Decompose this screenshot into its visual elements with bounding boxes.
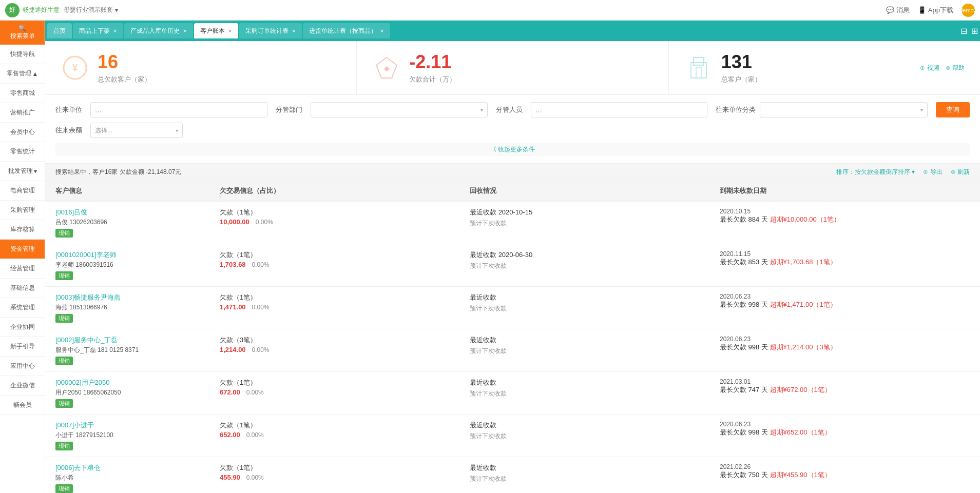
sidebar-item-newbie[interactable]: 新手引导	[0, 337, 45, 357]
sidebar-item-purchase[interactable]: 采购管理	[0, 201, 45, 220]
filter-category-select[interactable]: ▾	[760, 102, 928, 117]
overdue-amount-3[interactable]: 超期¥1,214.00（3笔）	[770, 343, 837, 351]
marketing-label: 营销推广	[10, 109, 35, 116]
sidebar-item-member[interactable]: 会员中心	[0, 123, 45, 142]
sidebar-item-collab[interactable]: 企业协同	[0, 318, 45, 337]
tab-production-history[interactable]: 产成品入库单历史 ✕	[124, 23, 193, 38]
next-collect-3: 预计下次收款	[470, 347, 720, 356]
message-button[interactable]: 💬 消息	[886, 6, 910, 15]
member-label: 会员中心	[10, 128, 35, 135]
collapse-row[interactable]: 《 收起更多条件	[55, 143, 970, 156]
table-row: [0006]去下粮仓 陈小希 现销 欠款（1笔） 455.90 0.00%	[45, 457, 980, 493]
sidebar-item-wholesale-mgmt[interactable]: 批发管理 ▾	[0, 162, 45, 181]
query-button[interactable]: 查询	[936, 102, 970, 117]
sidebar-item-finance[interactable]: 资金管理	[0, 240, 45, 259]
customer-id-2[interactable]: [0003]畅捷服务尹海燕	[55, 293, 220, 302]
customer-info-5: [0007]小进干 小进干 18279152100 现销	[55, 421, 220, 450]
stat-overdue-customers-label: 总欠款客户（家）	[98, 75, 151, 84]
last-collect-4: 最近收款	[470, 378, 720, 387]
debt-cell-5: 欠款（1笔） 652.00 0.00%	[220, 421, 470, 450]
overdue-amount-6[interactable]: 超期¥455.90（1笔）	[770, 471, 831, 479]
customer-id-6[interactable]: [0006]去下粮仓	[55, 463, 220, 472]
tab-more-icon[interactable]: ⊟	[960, 26, 967, 36]
sidebar-item-business[interactable]: 经营管理	[0, 259, 45, 279]
next-collect-2: 预计下次收款	[470, 304, 720, 313]
stat-total-customers-label: 总客户（家）	[721, 75, 761, 84]
tab-home[interactable]: 首页	[47, 23, 72, 38]
overdue-amount-0[interactable]: 超期¥10,000.00（1笔）	[770, 215, 840, 223]
sidebar-item-quick-nav[interactable]: 快捷导航	[0, 45, 45, 64]
tab-purchase-order-stats[interactable]: 采购订单统计表 ✕	[239, 23, 302, 38]
sidebar-item-ecommerce[interactable]: 电商管理	[0, 181, 45, 201]
sidebar-item-marketing[interactable]: 营销推广	[0, 103, 45, 123]
sidebar-item-retail-mgmt[interactable]: 零售管理 ▲	[0, 64, 45, 84]
user-avatar[interactable]: demo2	[962, 4, 975, 17]
tab-expand-icon[interactable]: ⊞	[971, 26, 978, 36]
tab-product-listing[interactable]: 商品上下架 ✕	[73, 23, 123, 38]
tab-purchase-order-stats-label: 采购订单统计表	[245, 27, 289, 35]
sidebar-item-inventory[interactable]: 库存核算	[0, 220, 45, 240]
overdue-amount-2[interactable]: 超期¥1,471.00（1笔）	[770, 301, 837, 308]
refresh-button[interactable]: ⊙ 刷新	[951, 168, 970, 176]
app-download-label: App下载	[928, 6, 953, 15]
tab-bar: 首页 商品上下架 ✕ 产成品入库单历史 ✕ 客户账本 ✕ 采购订单统计表 ✕ 进…	[45, 21, 980, 41]
tab-home-label: 首页	[53, 27, 66, 35]
sidebar-item-system[interactable]: 系统管理	[0, 298, 45, 318]
customer-tag-2: 现销	[55, 314, 73, 323]
header-due-date: 到期未收款日期	[720, 186, 970, 195]
filter-dept-select[interactable]: ▾	[311, 102, 488, 117]
video-link[interactable]: ⊙ 视频	[920, 64, 939, 72]
overdue-amount-1[interactable]: 超期¥1,703.68（1笔）	[770, 258, 837, 266]
sidebar-search[interactable]: 🔍 搜索菜单	[0, 21, 45, 45]
close-tab-purchase-order-stats-icon[interactable]: ✕	[292, 28, 296, 34]
sidebar-item-basic-info[interactable]: 基础信息	[0, 279, 45, 298]
export-button[interactable]: ⊙ 导出	[923, 168, 942, 176]
due-info-5: 2020.06.23 最长欠款 998 天 超期¥652.00（1笔）	[720, 421, 970, 450]
sidebar-item-retail-mall[interactable]: 零售商城	[0, 84, 45, 103]
due-info-6: 2021.02.26 最长欠款 750 天 超期¥455.90（1笔）	[720, 463, 970, 493]
filter-unit-input[interactable]: ...	[90, 102, 267, 117]
tab-customer-ledger-label: 客户账本	[200, 27, 225, 35]
filter-balance-select[interactable]: 选择... ▾	[90, 123, 183, 138]
tab-goods-stats[interactable]: 进货单统计表（按商品） ✕	[303, 23, 390, 38]
sidebar-item-enterprise-wx[interactable]: 企业微信	[0, 376, 45, 396]
store-select[interactable]: 母婴行业演示账套 ▾	[64, 6, 118, 14]
customer-id-0[interactable]: [0016]吕俊	[55, 208, 220, 217]
filter-group-balance: 往来余额 选择... ▾	[55, 123, 970, 138]
overdue-amount-5[interactable]: 超期¥652.00（1笔）	[770, 428, 831, 436]
tab-customer-ledger[interactable]: 客户账本 ✕	[194, 23, 238, 38]
close-tab-goods-stats-icon[interactable]: ✕	[380, 28, 384, 34]
sidebar-item-retail-stats[interactable]: 零售统计	[0, 142, 45, 162]
debt-ratio-4: 0.00%	[246, 389, 264, 396]
main-content: ¥ 16 总欠款客户（家） ◆	[45, 41, 980, 493]
customer-id-5[interactable]: [0007]小进干	[55, 421, 220, 430]
message-label: 消息	[896, 6, 910, 15]
help-link[interactable]: ⊙ 帮助	[946, 64, 965, 72]
customer-name-6: 陈小希	[55, 474, 220, 482]
stat-total-debt-label: 欠款合计（万）	[409, 75, 456, 84]
customer-id-1[interactable]: [0001020001]李老师	[55, 250, 220, 260]
retail-mgmt-arrow-icon: ▲	[32, 70, 39, 77]
sidebar-item-app-center[interactable]: 应用中心	[0, 357, 45, 376]
customer-id-4[interactable]: [000002]用户2050	[55, 378, 220, 387]
filter-person-input[interactable]: ...	[531, 102, 708, 117]
close-tab-production-history-icon[interactable]: ✕	[183, 28, 187, 34]
filter-area: 往来单位 ... 分管部门 ▾ 分管人员	[45, 95, 980, 164]
debt-ratio-5: 0.00%	[246, 431, 264, 439]
close-tab-customer-ledger-icon[interactable]: ✕	[228, 28, 232, 34]
due-overdue-3: 最长欠款 998 天 超期¥1,214.00（3笔）	[720, 343, 970, 352]
sidebar-item-chang-member[interactable]: 畅会员	[0, 396, 45, 415]
app-download-button[interactable]: 📱 App下载	[918, 6, 953, 15]
main-layout: 🔍 搜索菜单 快捷导航 零售管理 ▲ 零售商城 营销推广 会员中心 零售统计 批…	[0, 21, 980, 493]
overdue-days-1: 最长欠款 853 天	[720, 258, 768, 266]
overdue-amount-4[interactable]: 超期¥672.00（1笔）	[770, 386, 831, 393]
filter-category-label: 往来单位分类	[716, 105, 756, 114]
filter-unit-dots: ...	[95, 105, 102, 114]
customer-name-4: 用户2050 18665062050	[55, 388, 220, 397]
customer-id-3[interactable]: [0002]服务中心_丁磊	[55, 336, 220, 345]
close-tab-product-listing-icon[interactable]: ✕	[113, 28, 117, 34]
svg-rect-5	[694, 57, 704, 65]
customer-tag-5: 现销	[55, 442, 73, 450]
recovery-info-3: 最近收款 预计下次收款	[470, 336, 720, 365]
debt-ratio-3: 0.00%	[252, 346, 270, 353]
